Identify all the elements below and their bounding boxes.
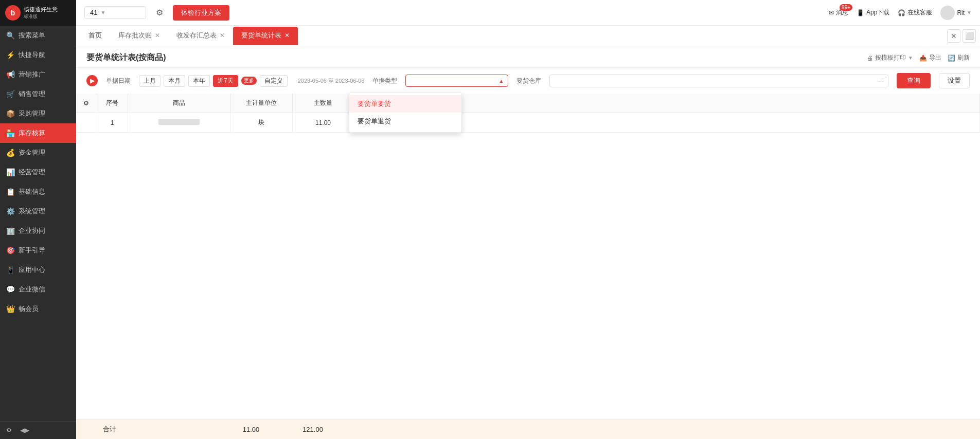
guide-icon: 🎯 <box>6 246 14 254</box>
dropdown-item-order-return[interactable]: 要货单退货 <box>349 113 461 130</box>
sidebar-item-purchase[interactable]: 📦 采购管理 <box>0 104 76 123</box>
tab-label: 库存批次账 <box>118 31 152 40</box>
system-icon: ⚙️ <box>6 207 14 215</box>
sidebar-collapse-btn[interactable]: ◀▶ <box>20 427 29 434</box>
sidebar-item-basics[interactable]: 📋 基础信息 <box>0 182 76 202</box>
sidebar-item-label: 销售管理 <box>19 89 45 99</box>
col-extra <box>416 94 980 113</box>
online-service-label: 在线客服 <box>907 8 932 17</box>
sidebar-item-marketing[interactable]: 📢 营销推广 <box>0 65 76 84</box>
tab-close-icon[interactable]: ✕ <box>155 32 160 39</box>
tab-order-summary[interactable]: 要货单统计表 ✕ <box>233 27 298 45</box>
app-logo: b 畅捷通好生意 标准版 <box>0 0 76 26</box>
industry-btn[interactable]: 体验行业方案 <box>173 5 229 21</box>
sidebar-item-finance[interactable]: 💰 资金管理 <box>0 143 76 162</box>
sidebar-item-inventory[interactable]: 🏪 库存核算 <box>0 123 76 143</box>
sidebar-item-label: 经营管理 <box>19 168 45 177</box>
refresh-label: 刷新 <box>957 53 970 62</box>
sidebar-item-label: 畅会员 <box>19 304 39 314</box>
header-right: ✉ 消息 99+ 📱 App下载 🎧 在线客服 Rit ▼ <box>829 6 972 20</box>
page-title: 要货单统计表(按商品) <box>86 52 166 63</box>
export-btn[interactable]: 📤 导出 <box>919 53 941 62</box>
online-service-btn[interactable]: 🎧 在线客服 <box>898 8 932 17</box>
refresh-icon: 🔄 <box>948 54 955 62</box>
sidebar-item-label: 企业微信 <box>19 285 45 294</box>
tab-maximize-btn[interactable]: ⬜ <box>963 29 976 43</box>
col-gear[interactable]: ⚙ <box>76 94 97 113</box>
sidebar-item-label: 企业协同 <box>19 226 45 235</box>
tenant-selector[interactable]: 41 ▼ <box>84 6 146 19</box>
col-qty: 主数量 <box>292 94 354 113</box>
warehouse-label: 要货仓库 <box>516 77 541 85</box>
user-avatar[interactable]: Rit ▼ <box>940 6 972 20</box>
message-icon: ✉ <box>829 9 834 16</box>
page-content: 要货单统计表(按商品) 🖨 按模板打印 ▼ 📤 导出 🔄 刷新 <box>76 46 980 439</box>
tab-close-all-btn[interactable]: ✕ <box>947 29 960 43</box>
cell-qty: 11.00 <box>292 113 354 133</box>
basics-icon: 📋 <box>6 188 14 196</box>
type-select[interactable]: ▲ <box>405 75 508 87</box>
sidebar-item-label: 基础信息 <box>19 187 45 196</box>
cell-gear <box>76 113 97 133</box>
sidebar-settings-btn[interactable]: ⚙ <box>6 427 12 434</box>
tab-home[interactable]: 首页 <box>80 27 110 45</box>
chevron-up-icon: ▲ <box>498 78 504 84</box>
sidebar-item-wechat[interactable]: 💬 企业微信 <box>0 280 76 299</box>
dropdown-item-order-goods[interactable]: 要货单要货 <box>349 95 461 113</box>
date-btn-this-month[interactable]: 本月 <box>164 75 185 87</box>
date-btn-custom[interactable]: 自定义 <box>260 75 288 87</box>
cell-unit: 块 <box>230 113 292 133</box>
export-icon: 📤 <box>919 54 927 62</box>
tab-receive-summary[interactable]: 收发存汇总表 ✕ <box>168 27 233 45</box>
chevron-down-icon: ▼ <box>908 55 913 61</box>
footer-qty: 11.00 <box>220 426 282 433</box>
sidebar-item-system[interactable]: ⚙️ 系统管理 <box>0 202 76 221</box>
marketing-icon: 📢 <box>6 70 14 79</box>
sidebar-item-search[interactable]: 🔍 搜索菜单 <box>0 26 76 45</box>
apps-icon: 📱 <box>6 266 14 274</box>
filter-expand-btn[interactable]: ▶ <box>86 75 98 86</box>
query-btn[interactable]: 查询 <box>897 73 931 88</box>
refresh-btn[interactable]: 🔄 刷新 <box>948 53 970 62</box>
inventory-icon: 🏪 <box>6 129 14 137</box>
avatar-name: Rit <box>957 9 965 16</box>
sidebar-item-quicknav[interactable]: ⚡ 快捷导航 <box>0 45 76 65</box>
more-badge[interactable]: 更多 <box>241 77 257 85</box>
sidebar-item-member[interactable]: 👑 畅会员 <box>0 299 76 319</box>
sidebar-item-label: 搜索菜单 <box>19 31 45 40</box>
purchase-icon: 📦 <box>6 109 14 118</box>
sidebar-item-sales[interactable]: 🛒 销售管理 <box>0 84 76 104</box>
sidebar-item-guide[interactable]: 🎯 新手引导 <box>0 241 76 260</box>
sidebar-item-collab[interactable]: 🏢 企业协同 <box>0 221 76 241</box>
settings-btn[interactable]: 设置 <box>939 73 970 88</box>
messages-btn[interactable]: ✉ 消息 99+ <box>829 8 848 17</box>
app-download-label: App下载 <box>866 8 889 17</box>
app-version: 标准版 <box>24 13 58 20</box>
warehouse-select[interactable]: ··· <box>549 75 888 87</box>
type-input[interactable] <box>410 77 498 84</box>
tab-close-icon[interactable]: ✕ <box>284 32 290 39</box>
sidebar-item-label: 系统管理 <box>19 207 45 216</box>
sidebar-item-label: 资金管理 <box>19 148 45 157</box>
sidebar-item-apps[interactable]: 📱 应用中心 <box>0 260 76 280</box>
date-btn-7days[interactable]: 近7天 <box>213 75 238 87</box>
logo-icon: b <box>5 5 21 21</box>
date-range: 2023-05-06 至 2023-06-06 <box>298 77 365 85</box>
tenant-value: 41 <box>90 9 97 16</box>
tab-inventory-batch[interactable]: 库存批次账 ✕ <box>110 27 168 45</box>
date-btn-this-year[interactable]: 本年 <box>188 75 210 87</box>
tab-close-icon[interactable]: ✕ <box>220 32 225 39</box>
data-table: ⚙ 序号 商品 主计量单位 主数量 零售金额 1 <box>76 94 980 133</box>
date-btn-last-month[interactable]: 上月 <box>139 75 161 87</box>
main-area: 41 ▼ ⚙ 体验行业方案 ✉ 消息 99+ 📱 App下载 🎧 在线客服 Ri… <box>76 0 980 439</box>
sidebar-item-operations[interactable]: 📊 经营管理 <box>0 162 76 182</box>
product-placeholder <box>158 119 200 125</box>
sidebar-item-label: 快捷导航 <box>19 50 45 60</box>
date-buttons: 上月 本月 本年 近7天 更多 自定义 <box>139 75 288 87</box>
sidebar: b 畅捷通好生意 标准版 🔍 搜索菜单 ⚡ 快捷导航 📢 营销推广 🛒 销售管理… <box>0 0 76 439</box>
app-download-btn[interactable]: 📱 App下载 <box>857 8 889 17</box>
print-icon: 🖨 <box>867 54 873 62</box>
header-gear-btn[interactable]: ⚙ <box>152 6 167 20</box>
footer-label-text: 合计 <box>103 425 116 433</box>
print-btn[interactable]: 🖨 按模板打印 ▼ <box>867 53 913 62</box>
